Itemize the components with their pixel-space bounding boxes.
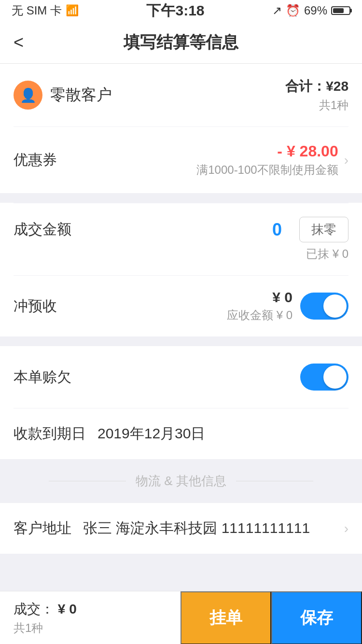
status-bar: 无 SIM 卡 📶 下午3:18 ↗ ⏰ 69% xyxy=(0,0,362,21)
receivable-text: 应收金额 ¥ 0 xyxy=(227,308,292,323)
bottom-summary: 成交： ¥ 0 共1种 xyxy=(0,600,181,636)
back-button[interactable]: < xyxy=(14,32,24,53)
address-chevron-icon: › xyxy=(344,521,348,536)
chevron-right-icon: › xyxy=(344,153,348,168)
location-icon: ↗ xyxy=(272,4,282,17)
due-date-value[interactable]: 2019年12月30日 xyxy=(97,424,205,444)
page-title: 填写结算等信息 xyxy=(124,31,238,54)
status-right: ↗ ⏰ 69% xyxy=(272,4,350,17)
total-amount: 合计：¥28 xyxy=(285,77,348,96)
alarm-icon: ⏰ xyxy=(286,4,300,17)
prepay-row: 冲预收 ¥ 0 应收金额 ¥ 0 xyxy=(14,275,348,336)
prepay-toggle[interactable] xyxy=(300,293,348,320)
debt-row: 本单赊欠 xyxy=(14,346,348,408)
transaction-bottom: 已抹 ¥ 0 xyxy=(14,246,348,262)
debt-section: 本单赊欠 收款到期日 2019年12月30日 xyxy=(0,346,362,459)
customer-section: 👤 零散客户 合计：¥28 共1种 xyxy=(0,64,362,126)
prepay-right: ¥ 0 应收金额 ¥ 0 xyxy=(227,289,348,323)
transaction-value[interactable]: 0 xyxy=(272,220,282,240)
address-value: 张三 海淀永丰科技园 11111111111 xyxy=(83,518,344,538)
customer-left: 👤 零散客户 xyxy=(14,81,112,110)
prepay-label: 冲预收 xyxy=(14,296,57,316)
bottom-deal-amount: ¥ 0 xyxy=(58,602,77,616)
bottom-deal-label: 成交： xyxy=(14,602,54,616)
coupon-amount: - ¥ 28.00 xyxy=(196,142,338,160)
debt-toggle[interactable] xyxy=(300,364,348,391)
transaction-section: 成交金额 0 抹零 已抹 ¥ 0 冲预收 ¥ 0 应收金额 ¥ 0 xyxy=(0,203,362,336)
coupon-section[interactable]: 优惠券 - ¥ 28.00 满1000-100不限制使用金额 › xyxy=(0,126,362,193)
battery-text: 69% xyxy=(304,4,327,17)
prepay-amount: ¥ 0 xyxy=(227,289,292,306)
transaction-row: 成交金额 0 抹零 已抹 ¥ 0 xyxy=(14,203,348,275)
logistics-divider: 物流 & 其他信息 xyxy=(0,459,362,503)
status-left: 无 SIM 卡 📶 xyxy=(12,3,79,18)
coupon-label: 优惠券 xyxy=(14,150,57,170)
coupon-right: - ¥ 28.00 满1000-100不限制使用金额 › xyxy=(196,142,348,178)
coupon-description: 满1000-100不限制使用金额 xyxy=(196,162,338,178)
save-button[interactable]: 保存 xyxy=(271,591,362,644)
avatar-icon: 👤 xyxy=(20,87,37,103)
hold-button[interactable]: 挂单 xyxy=(181,591,271,644)
logistics-label: 物流 & 其他信息 xyxy=(136,473,226,490)
coupon-row[interactable]: 优惠券 - ¥ 28.00 满1000-100不限制使用金额 › xyxy=(14,126,348,193)
deducted-text: 已抹 ¥ 0 xyxy=(306,246,348,262)
address-label: 客户地址 xyxy=(14,518,71,538)
item-count: 共1种 xyxy=(285,98,348,113)
transaction-top: 成交金额 0 抹零 xyxy=(14,217,348,242)
address-section[interactable]: 客户地址 张三 海淀永丰科技园 11111111111 › xyxy=(0,503,362,554)
prepay-top: 冲预收 ¥ 0 应收金额 ¥ 0 xyxy=(14,289,348,323)
customer-row: 👤 零散客户 合计：¥28 共1种 xyxy=(14,64,348,126)
section-divider-2 xyxy=(0,336,362,346)
carrier-text: 无 SIM 卡 xyxy=(12,3,62,18)
section-divider-1 xyxy=(0,193,362,203)
debt-toggle-knob xyxy=(323,365,347,389)
customer-name: 零散客户 xyxy=(50,84,112,106)
battery-icon xyxy=(331,6,350,15)
round-button[interactable]: 抹零 xyxy=(299,217,348,242)
nav-bar: < 填写结算等信息 xyxy=(0,21,362,64)
debt-label: 本单赊欠 xyxy=(14,367,71,387)
transaction-label: 成交金额 xyxy=(14,220,71,239)
status-time: 下午3:18 xyxy=(146,1,204,21)
prepay-amounts: ¥ 0 应收金额 ¥ 0 xyxy=(227,289,292,323)
due-date-row: 收款到期日 2019年12月30日 xyxy=(14,408,348,459)
customer-right: 合计：¥28 共1种 xyxy=(285,77,348,113)
customer-avatar: 👤 xyxy=(14,81,42,110)
bottom-bar: 成交： ¥ 0 共1种 挂单 保存 xyxy=(0,591,362,644)
logistics-line-right xyxy=(236,481,313,481)
logistics-line-left xyxy=(49,481,126,481)
bottom-deal-row: 成交： ¥ 0 xyxy=(14,600,167,618)
due-date-label: 收款到期日 xyxy=(14,424,86,444)
toggle-knob xyxy=(323,294,347,318)
wifi-icon: 📶 xyxy=(66,4,79,17)
address-row[interactable]: 客户地址 张三 海淀永丰科技园 11111111111 › xyxy=(14,503,348,554)
bottom-count: 共1种 xyxy=(14,620,167,636)
